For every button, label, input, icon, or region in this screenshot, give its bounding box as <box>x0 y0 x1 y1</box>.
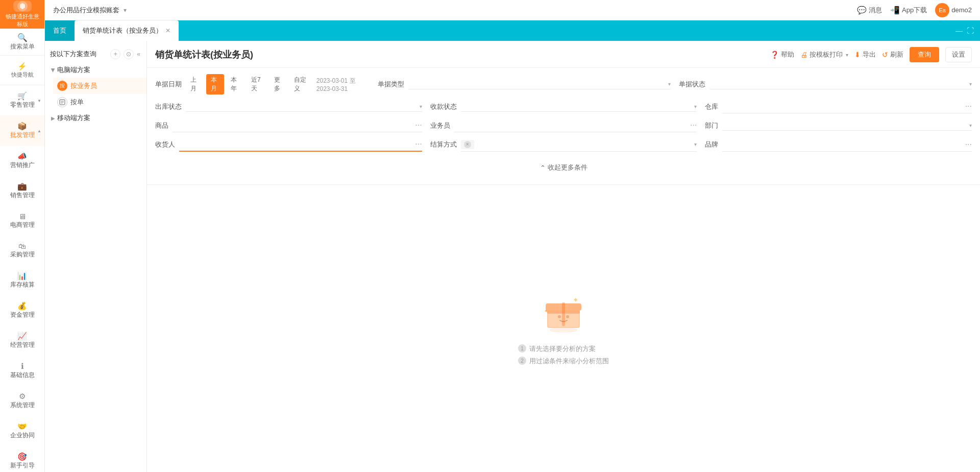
sidebar-item-purchase[interactable]: 🛍 采购管理 <box>0 235 44 265</box>
purchase-label: 采购管理 <box>10 250 35 259</box>
filter-row-4: 收货人 ··· 结算方式 × ▾ <box>155 137 972 152</box>
message-button[interactable]: 💬 消息 <box>857 6 882 15</box>
receiver-label: 收货人 <box>155 140 175 149</box>
add-scheme-button[interactable]: + <box>110 49 120 59</box>
search-label: 搜索菜单 <box>10 42 35 51</box>
tree-desktop: ▶ 电脑端方案 按 按业务员 按单 <box>45 62 146 110</box>
tab-maximize-button[interactable]: ⛶ <box>967 27 974 35</box>
pay-status-arrow-icon: ▾ <box>694 104 697 109</box>
nav-label: 快捷导航 <box>11 71 34 79</box>
user-profile[interactable]: Ea demo2 <box>935 3 972 17</box>
collapse-panel-button[interactable]: « <box>137 51 140 58</box>
date-btn-more[interactable]: 更多 <box>270 74 288 95</box>
date-btn-custom[interactable]: 自定义 <box>289 74 312 95</box>
tree-leaf-by-staff[interactable]: 按 按业务员 <box>53 78 146 94</box>
print-button[interactable]: 🖨 按模板打印 ▾ <box>800 50 848 59</box>
date-btn-last-month[interactable]: 上月 <box>186 74 204 95</box>
workspace-selector[interactable]: 办公用品行业模拟账套 ▾ <box>53 6 127 15</box>
empty-box-svg: ✦ ✦ <box>538 288 589 334</box>
sidebar-item-sales[interactable]: 💼 销售管理 <box>0 176 44 206</box>
receiver-dots-icon[interactable]: ··· <box>415 139 422 149</box>
sidebar-item-wholesale[interactable]: 📦 批发管理 <box>0 115 44 146</box>
brand-dots-icon[interactable]: ··· <box>965 140 972 149</box>
header-right: 💬 消息 📲 App下载 Ea demo2 <box>857 3 972 17</box>
refresh-button[interactable]: ↺ 刷新 <box>882 50 903 59</box>
filter-ship-status: 出库状态 ▾ <box>155 102 422 112</box>
print-icon: 🖨 <box>800 51 807 59</box>
ship-status-arrow-icon: ▾ <box>420 104 422 109</box>
svg-rect-10 <box>547 311 580 314</box>
collapse-button[interactable]: ⌃ 收起更多条件 <box>534 161 594 174</box>
filter-row-3: 商品 ··· 业务员 ··· 部门 <box>155 119 972 132</box>
sidebar-item-marketing[interactable]: 📣 营销推广 <box>0 146 44 176</box>
wholesale-icon: 📦 <box>17 122 27 131</box>
search-icon: 🔍 <box>17 33 28 42</box>
collapse-label: 收起更多条件 <box>548 163 587 172</box>
marketing-icon: 📣 <box>17 152 27 161</box>
enterprise-icon: 🤝 <box>17 422 27 431</box>
tree-desktop-children: 按 按业务员 按单 <box>45 78 146 110</box>
sidebar-item-system[interactable]: ⚙ 系统管理 <box>0 386 44 416</box>
page-header: 销货单统计表(按业务员) ❓ 帮助 🖨 按模板打印 ▾ ⬇ 导出 <box>147 41 980 68</box>
tree-desktop-header[interactable]: ▶ 电脑端方案 <box>45 62 146 78</box>
sidebar-item-retail[interactable]: 🛒 零售管理 <box>0 85 44 115</box>
sidebar-item-enterprise[interactable]: 🤝 企业协同 <box>0 416 44 446</box>
copy-scheme-button[interactable]: ⊙ <box>124 49 134 59</box>
tab-home[interactable]: 首页 <box>45 20 75 41</box>
tab-minimize-button[interactable]: — <box>955 27 963 35</box>
payment-label: 结算方式 <box>430 140 457 149</box>
date-btn-this-year[interactable]: 本年 <box>226 74 244 95</box>
order-status-select[interactable]: ▾ <box>709 79 972 89</box>
sidebar-item-inventory[interactable]: 📊 库存核算 <box>0 265 44 295</box>
settings-button[interactable]: 设置 <box>945 47 972 62</box>
order-status-arrow-icon: ▾ <box>969 81 972 87</box>
basic-icon: ℹ <box>21 362 24 371</box>
finance-icon: 💰 <box>17 301 27 311</box>
goods-dots-icon[interactable]: ··· <box>415 121 422 130</box>
export-button[interactable]: ⬇ 导出 <box>854 50 876 59</box>
filter-payment: 结算方式 × ▾ <box>430 138 697 152</box>
sidebar-item-basic[interactable]: ℹ 基础信息 <box>0 356 44 386</box>
finance-label: 资金管理 <box>10 311 35 319</box>
svg-point-14 <box>566 315 569 318</box>
query-button[interactable]: 查询 <box>910 47 939 62</box>
warehouse-dots-icon[interactable]: ··· <box>965 102 972 111</box>
date-btn-this-month[interactable]: 本月 <box>206 74 225 95</box>
sidebar-item-operation[interactable]: 📈 经营管理 <box>0 325 44 356</box>
home-tab-label: 首页 <box>53 26 66 35</box>
payment-select[interactable]: × ▾ <box>461 138 697 152</box>
svg-point-5 <box>549 327 578 333</box>
avatar: Ea <box>935 3 949 17</box>
search-menu-item[interactable]: 🔍 搜索菜单 <box>0 29 44 56</box>
quick-nav-item[interactable]: ⚡ 快捷导航 <box>0 58 44 83</box>
retail-label: 零售管理 <box>10 101 35 109</box>
dept-select[interactable]: ▾ <box>722 121 972 131</box>
newuser-label: 新手引导 <box>10 461 35 470</box>
tab-sales-stat[interactable]: 销货单统计表（按业务员） ✕ <box>75 20 179 41</box>
content-area: 按以下方案查询 + ⊙ « ▶ 电脑端方案 按 按业务员 <box>45 41 980 472</box>
staff-dots-icon[interactable]: ··· <box>690 121 697 130</box>
ship-status-select[interactable]: ▾ <box>186 102 422 112</box>
pay-status-select[interactable]: ▾ <box>461 102 697 112</box>
export-label: 导出 <box>863 50 876 59</box>
tab-close-icon[interactable]: ✕ <box>165 27 170 34</box>
help-button[interactable]: ❓ 帮助 <box>770 50 794 59</box>
pay-status-label: 收款状态 <box>430 102 457 111</box>
tree-mobile-header[interactable]: ▶ 移动端方案 <box>45 110 146 126</box>
left-panel-header: 按以下方案查询 + ⊙ « <box>45 46 146 62</box>
payment-tag-close[interactable]: × <box>464 141 471 148</box>
filter-receiver: 收货人 ··· <box>155 137 422 152</box>
date-btn-7days[interactable]: 近7天 <box>247 74 267 95</box>
tree-leaf-by-order[interactable]: 按单 <box>53 94 146 110</box>
quick-nav[interactable]: ⚡ 快捷导航 <box>0 56 44 85</box>
order-type-select[interactable]: ▾ <box>408 79 671 89</box>
app-download-button[interactable]: 📲 App下载 <box>890 6 927 15</box>
message-icon: 💬 <box>857 6 867 15</box>
retail-icon: 🛒 <box>17 91 27 101</box>
sidebar-item-finance[interactable]: 💰 资金管理 <box>0 295 44 325</box>
sidebar-item-newuser[interactable]: 🎯 新手引导 <box>0 446 44 472</box>
inventory-label: 库存核算 <box>10 280 35 289</box>
page-actions: ❓ 帮助 🖨 按模板打印 ▾ ⬇ 导出 ↺ 刷新 <box>770 47 972 62</box>
print-dropdown-icon: ▾ <box>846 52 848 58</box>
sidebar-item-ecommerce[interactable]: 🖥 电商管理 <box>0 206 44 235</box>
